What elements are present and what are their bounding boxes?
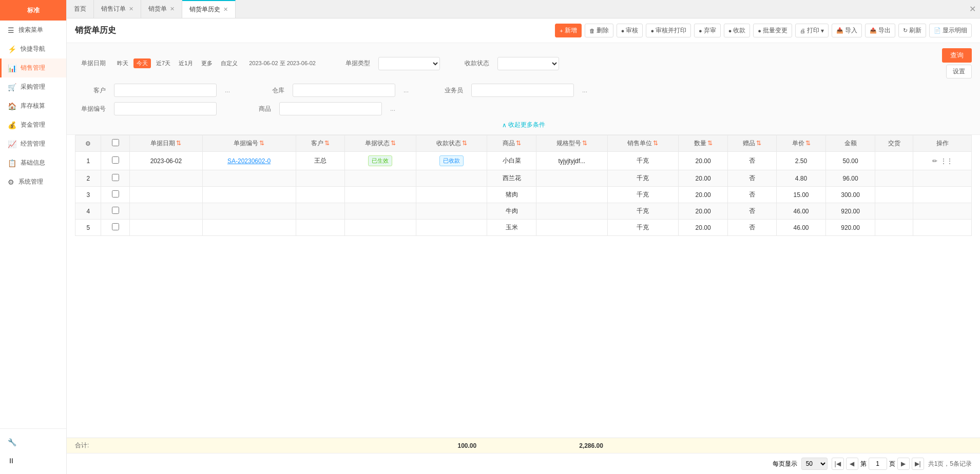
- collapse-button[interactable]: ∧ 收起更多条件: [502, 121, 545, 129]
- product-input[interactable]: [279, 102, 382, 115]
- warehouse-dots[interactable]: ...: [403, 87, 409, 94]
- customer-label: 客户: [75, 86, 106, 95]
- last-page-button[interactable]: ▶|: [912, 458, 924, 470]
- row-checkbox: [101, 203, 130, 220]
- sidebar-item-purchase-mgmt[interactable]: 🛒 采购管理: [0, 77, 66, 96]
- sidebar-item-sales-mgmt[interactable]: 📊 销售管理: [0, 58, 66, 77]
- abandon-button[interactable]: ● 弃审: [694, 24, 721, 37]
- sidebar-collapse-btn[interactable]: ⏸: [0, 451, 66, 470]
- date-range: 2023-06-02 至 2023-06-02: [249, 60, 316, 67]
- export-button[interactable]: 📤 导出: [865, 24, 895, 37]
- customer-dots[interactable]: ...: [225, 87, 230, 94]
- date-tab-more[interactable]: 更多: [198, 58, 216, 68]
- new-button[interactable]: + 新增: [555, 24, 581, 37]
- gear-icon: ⚙: [85, 140, 91, 147]
- product-dots[interactable]: ...: [390, 105, 395, 112]
- date-tab-yesterday[interactable]: 昨天: [114, 58, 131, 68]
- page-number-input[interactable]: [869, 458, 887, 470]
- doc-no-input[interactable]: [114, 102, 217, 115]
- col-product[interactable]: 商品⇅: [487, 135, 536, 152]
- payment-status-select[interactable]: [497, 57, 559, 70]
- tab-sales-history[interactable]: 销货单历史 ✕: [182, 0, 236, 18]
- row-checkbox: [101, 187, 130, 203]
- customer-input[interactable]: [114, 84, 217, 97]
- settings-button[interactable]: 设置: [946, 65, 972, 78]
- tab-sales-history-close[interactable]: ✕: [223, 6, 228, 13]
- doc-type-select[interactable]: [378, 57, 440, 70]
- more-icon[interactable]: ⋮⋮: [940, 157, 953, 165]
- import-button[interactable]: 📥 导入: [832, 24, 862, 37]
- row-amount: 300.00: [825, 187, 875, 203]
- row-qty: 20.00: [679, 220, 727, 236]
- col-unit[interactable]: 销售单位⇅: [607, 135, 679, 152]
- delete-button[interactable]: 🗑 删除: [585, 24, 613, 37]
- row-customer: 王总: [296, 152, 344, 170]
- salesperson-input[interactable]: [471, 84, 574, 97]
- next-page-button[interactable]: ▶: [897, 458, 910, 470]
- sidebar-settings-btn[interactable]: 🔧: [0, 433, 66, 451]
- col-spec[interactable]: 规格型号⇅: [536, 135, 607, 152]
- sidebar-item-inventory[interactable]: 🏠 库存核算: [0, 96, 66, 115]
- print-button[interactable]: 🖨 打印 ▾: [795, 24, 829, 37]
- tabs-close-all[interactable]: ✕: [969, 4, 980, 14]
- first-page-button[interactable]: |◀: [832, 458, 844, 470]
- audit-button[interactable]: ● 审核: [617, 24, 643, 37]
- date-tab-7days[interactable]: 近7天: [153, 58, 174, 68]
- page-size-select[interactable]: 50 10 20 100: [801, 458, 828, 470]
- col-doc-status[interactable]: 单据状态⇅: [345, 135, 416, 152]
- sort-doc-no-icon: ⇅: [259, 140, 264, 147]
- prev-page-button[interactable]: ◀: [846, 458, 858, 470]
- row-qty: 20.00: [679, 152, 727, 170]
- tab-home[interactable]: 首页: [67, 0, 94, 18]
- tab-sales-order[interactable]: 销售订单 ✕: [94, 0, 141, 18]
- col-doc-date[interactable]: 单据日期⇅: [130, 135, 202, 152]
- row-gift: 否: [727, 203, 776, 220]
- pagination: 每页显示 50 10 20 100 |◀ ◀ 第 页 ▶ ▶| 共1页，5条记录: [67, 453, 980, 474]
- select-all-checkbox[interactable]: [112, 139, 119, 146]
- show-detail-button[interactable]: 📄 显示明细: [929, 24, 972, 37]
- col-payment-status[interactable]: 收款状态⇅: [416, 135, 487, 152]
- row-checkbox: [101, 170, 130, 187]
- batch-change-button[interactable]: ● 批量变更: [753, 24, 792, 37]
- col-gift[interactable]: 赠品⇅: [727, 135, 776, 152]
- row-ops: ✏⋮⋮: [913, 152, 972, 170]
- refresh-button[interactable]: ↻ 刷新: [898, 24, 926, 37]
- sidebar-item-system-mgmt[interactable]: ⚙ 系统管理: [0, 172, 66, 191]
- date-tab-custom[interactable]: 自定义: [218, 58, 241, 68]
- purchase-mgmt-icon: 🛒: [8, 83, 16, 91]
- sidebar-item-finance[interactable]: 💰 资金管理: [0, 115, 66, 134]
- col-settings[interactable]: ⚙: [75, 135, 101, 152]
- row-transaction: [875, 187, 913, 203]
- col-qty[interactable]: 数量⇅: [679, 135, 727, 152]
- date-tab-1month[interactable]: 近1月: [176, 58, 196, 68]
- sidebar-item-label: 搜索菜单: [18, 26, 43, 34]
- sidebar-item-search-menu[interactable]: ☰ 搜索菜单: [0, 21, 66, 40]
- warehouse-input[interactable]: [293, 84, 395, 97]
- salesperson-dots[interactable]: ...: [582, 87, 587, 94]
- edit-icon[interactable]: ✏: [932, 157, 937, 165]
- row-num: 2: [75, 170, 101, 187]
- row-gift: 否: [727, 187, 776, 203]
- sort-payment-status-icon: ⇅: [462, 140, 467, 147]
- col-price[interactable]: 单价⇅: [777, 135, 825, 152]
- collect-button[interactable]: ● 收款: [724, 24, 751, 37]
- col-customer[interactable]: 客户⇅: [296, 135, 344, 152]
- row-product: 猪肉: [487, 187, 536, 203]
- tab-sales-delivery[interactable]: 销货单 ✕: [141, 0, 182, 18]
- date-tab-today[interactable]: 今天: [133, 58, 151, 68]
- col-transaction: 交货: [875, 135, 913, 152]
- col-checkbox: [101, 135, 130, 152]
- tab-sales-order-close[interactable]: ✕: [129, 6, 133, 12]
- table-row: 4牛肉千克20.00否46.00920.00: [75, 203, 972, 220]
- page-label: 第: [860, 460, 867, 468]
- tabs-bar: 首页 销售订单 ✕ 销货单 ✕ 销货单历史 ✕ ✕: [67, 0, 980, 18]
- audit-print-button[interactable]: ● 审核并打印: [646, 24, 691, 37]
- sort-gift-icon: ⇅: [756, 140, 761, 147]
- sidebar-item-basic-info[interactable]: 📋 基础信息: [0, 153, 66, 172]
- sidebar-item-operations[interactable]: 📈 经营管理: [0, 134, 66, 153]
- sidebar-item-quick-nav[interactable]: ⚡ 快捷导航: [0, 40, 66, 58]
- tab-sales-delivery-close[interactable]: ✕: [170, 6, 175, 12]
- col-doc-no[interactable]: 单据编号⇅: [202, 135, 296, 152]
- query-button[interactable]: 查询: [942, 48, 972, 63]
- row-gift: 否: [727, 152, 776, 170]
